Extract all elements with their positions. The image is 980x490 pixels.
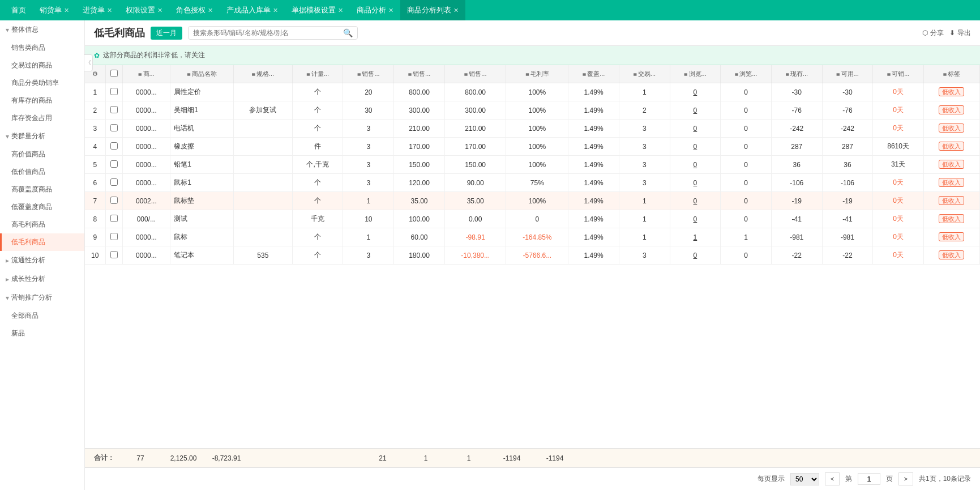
cell-checkbox[interactable] [105,192,122,210]
nav-roles[interactable]: 角色授权✕ [169,0,220,20]
cell-gross-margin: 100% [506,138,568,156]
row-checkbox[interactable] [110,142,118,150]
cell-available: 36 [822,156,873,174]
sidebar-item-all-products[interactable]: 全部商品 [0,307,84,325]
nav-product-analysis-list[interactable]: 商品分析列表✕ [400,0,465,20]
row-checkbox[interactable] [110,251,118,258]
col-views1: ≡ 浏览... [670,65,721,83]
table-footer: 合计： 77 2,125.00 -8,723.91 21 1 1 -1194 -… [85,448,980,467]
cell-current-stock: 287 [771,138,822,156]
cell-checkbox[interactable] [105,120,122,138]
per-page-label: 每页显示 [758,474,785,484]
export-button[interactable]: ⬇ 导出 [949,28,971,38]
cell-checkbox[interactable] [105,246,122,265]
col-transactions: ≡ 交易... [619,65,670,83]
cell-checkbox[interactable] [105,138,122,156]
nav-close-template-settings[interactable]: ✕ [338,7,343,14]
nav-close-permissions[interactable]: ✕ [157,7,162,14]
arrow-overall: ▾ [6,26,9,34]
cell-checkbox[interactable] [105,101,122,120]
row-checkbox[interactable] [110,106,118,113]
cell-checkbox[interactable] [105,83,122,101]
nav-close-roles[interactable]: ✕ [208,7,213,14]
cell-spec: 参加复试 [233,101,292,120]
sidebar-section-cluster[interactable]: ▾ 类群量分析 [0,127,84,146]
cell-sellable: 31天 [873,156,924,174]
cell-tag: 低收入 [923,138,979,156]
sidebar-item-high-margin[interactable]: 高毛利商品 [0,216,84,233]
sidebar-item-sales-products[interactable]: 销售类商品 [0,39,84,57]
sidebar-item-traded-products[interactable]: 交易过的商品 [0,57,84,74]
cell-transactions: 3 [619,246,670,265]
sidebar-item-new-products[interactable]: 新品 [0,325,84,342]
nav-home[interactable]: 首页 [5,0,33,20]
sidebar-item-high-value[interactable]: 高价值商品 [0,146,84,163]
sidebar-section-growth[interactable]: ▸ 成长性分析 [0,270,84,288]
nav-product-analysis[interactable]: 商品分析✕ [350,0,400,20]
search-box: 🔍 [188,26,358,40]
row-checkbox[interactable] [110,178,118,186]
cell-coverage: 1.49% [568,83,619,101]
cell-checkbox[interactable] [105,156,122,174]
row-checkbox[interactable] [110,88,118,95]
col-checkbox[interactable] [105,65,122,83]
col-sellable: ≡ 可销... [873,65,924,83]
row-checkbox[interactable] [110,215,118,222]
nav-close-product-analysis-list[interactable]: ✕ [453,7,459,14]
footer-transactions: 21 [366,454,400,462]
cell-sales-qty: 3 [343,174,394,192]
prev-page-button[interactable]: ＜ [825,472,840,485]
sidebar-item-low-value[interactable]: 低价值商品 [0,163,84,181]
sidebar-item-stocked-products[interactable]: 有库存的商品 [0,92,84,109]
cell-current-stock: -41 [771,210,822,228]
sidebar-item-low-coverage[interactable]: 低覆盖度商品 [0,198,84,216]
row-checkbox[interactable] [110,160,118,168]
row-checkbox[interactable] [110,197,118,204]
cell-sellable: 0天 [873,246,924,265]
nav-template-settings[interactable]: 单据模板设置✕ [285,0,350,20]
cell-sales-price: 150.00 [394,156,445,174]
nav-close-product-entry[interactable]: ✕ [273,7,278,14]
row-checkbox[interactable] [110,233,118,240]
nav-permissions[interactable]: 权限设置✕ [119,0,169,20]
cell-coverage: 1.49% [568,246,619,265]
share-button[interactable]: ⬡ 分享 [922,28,944,38]
sidebar-section-circulation[interactable]: ▸ 流通性分析 [0,251,84,270]
cell-gross-margin: 0 [506,210,568,228]
row-checkbox[interactable] [110,124,118,131]
nav-sales[interactable]: 销货单✕ [33,0,76,20]
per-page-select[interactable]: 50 20 100 [790,473,819,485]
cell-gross-margin: 100% [506,83,568,101]
search-input[interactable] [193,29,343,37]
nav-close-sales[interactable]: ✕ [64,7,69,14]
select-all-checkbox[interactable] [110,70,118,77]
cell-unit: 件 [292,138,343,156]
sidebar-section-marketing[interactable]: ▾ 营销推广分析 [0,288,84,307]
cell-sales-price: 300.00 [394,101,445,120]
cell-current-stock: -242 [771,120,822,138]
next-page-button[interactable]: ＞ [898,472,913,485]
sidebar-item-high-coverage[interactable]: 高覆盖度商品 [0,181,84,198]
nav-product-entry[interactable]: 产成品入库单✕ [220,0,285,20]
time-filter-button[interactable]: 近一月 [151,27,182,40]
sidebar-item-low-margin[interactable]: 低毛利商品 [0,233,84,251]
cell-unit: 个 [292,174,343,192]
sidebar-collapse-button[interactable]: 《 [84,54,93,71]
cell-checkbox[interactable] [105,174,122,192]
nav-purchase[interactable]: 进货单✕ [76,0,119,20]
cell-spec [233,228,292,246]
cell-sales-qty: 1 [343,192,394,210]
nav-close-purchase[interactable]: ✕ [107,7,112,14]
nav-close-product-analysis[interactable]: ✕ [388,7,393,14]
cell-available: -19 [822,192,873,210]
sidebar-section-overall[interactable]: ▾ 整体信息 [0,20,84,39]
cell-checkbox[interactable] [105,228,122,246]
page-number-input[interactable] [858,473,880,485]
cell-tag: 低收入 [923,192,979,210]
sidebar-item-category-rate[interactable]: 商品分类助销率 [0,74,84,92]
cell-coverage: 1.49% [568,138,619,156]
cell-coverage: 1.49% [568,101,619,120]
cell-checkbox[interactable] [105,210,122,228]
cell-transactions: 3 [619,156,670,174]
sidebar-item-stock-funds[interactable]: 库存资金占用 [0,109,84,127]
